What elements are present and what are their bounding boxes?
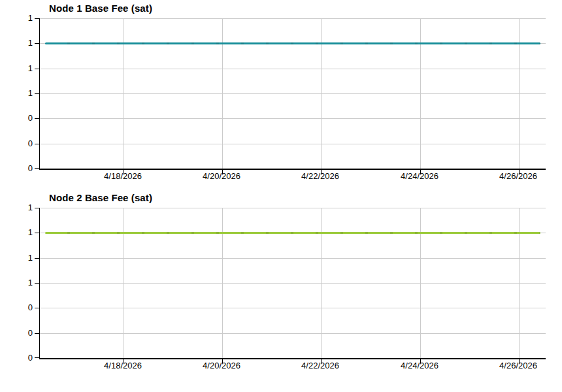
y-tick-label: 1 xyxy=(12,38,33,48)
y-tick-label: 1 xyxy=(12,203,33,213)
v-gridline xyxy=(124,18,124,169)
x-tick-label: 4/24/2026 xyxy=(387,361,452,370)
y-tick-mark xyxy=(35,233,40,233)
y-tick-mark xyxy=(35,69,40,69)
chart-node-1-base-fee: Node 1 Base Fee (sat) 1 1 1 1 0 0 0 xyxy=(0,0,562,189)
chart-title: Node 2 Base Fee (sat) xyxy=(49,192,152,203)
x-tick-label: 4/26/2026 xyxy=(486,361,551,370)
series-line-node1 xyxy=(45,42,540,44)
v-gridline xyxy=(321,208,322,358)
y-tick-mark xyxy=(35,168,40,169)
plot-area xyxy=(39,18,546,170)
x-tick-label: 4/22/2026 xyxy=(288,361,353,370)
y-tick-label: 1 xyxy=(12,63,33,74)
y-tick-label: 1 xyxy=(12,88,33,99)
y-tick-mark xyxy=(35,93,40,94)
v-gridline xyxy=(519,18,520,169)
y-tick-mark xyxy=(35,333,40,334)
y-tick-label: 1 xyxy=(12,253,33,263)
h-gridline xyxy=(40,118,546,119)
chart-node-2-base-fee: Node 2 Base Fee (sat) 1 1 1 1 0 0 0 xyxy=(0,189,562,379)
y-tick-label: 1 xyxy=(12,227,33,238)
y-tick-label: 0 xyxy=(12,302,33,313)
x-tick-label: 4/26/2026 xyxy=(486,171,551,181)
h-gridline xyxy=(40,258,546,259)
y-tick-label: 0 xyxy=(12,163,33,174)
series-line-node2 xyxy=(45,232,540,234)
y-tick-mark xyxy=(35,208,40,208)
x-tick-label: 4/24/2026 xyxy=(387,171,452,181)
chart-title: Node 1 Base Fee (sat) xyxy=(49,3,152,14)
x-tick-label: 4/20/2026 xyxy=(189,361,254,370)
y-tick-mark xyxy=(35,258,40,259)
h-gridline xyxy=(40,18,546,19)
y-tick-label: 0 xyxy=(12,353,33,363)
v-gridline xyxy=(420,208,421,358)
plot-area xyxy=(39,208,546,359)
v-gridline xyxy=(519,208,520,358)
v-gridline xyxy=(222,18,223,169)
h-gridline xyxy=(40,144,546,144)
h-gridline xyxy=(40,333,546,334)
y-tick-mark xyxy=(35,283,40,284)
y-tick-mark xyxy=(35,308,40,308)
h-gridline xyxy=(40,208,546,208)
y-tick-label: 1 xyxy=(12,278,33,288)
v-gridline xyxy=(124,208,124,358)
y-tick-label: 0 xyxy=(12,113,33,123)
v-gridline xyxy=(321,18,322,169)
h-gridline xyxy=(40,283,546,284)
y-tick-mark xyxy=(35,118,40,119)
h-gridline xyxy=(40,93,546,94)
v-gridline xyxy=(222,208,223,358)
h-gridline xyxy=(40,69,546,69)
y-tick-mark xyxy=(35,43,40,44)
y-tick-mark xyxy=(35,144,40,144)
x-tick-label: 4/20/2026 xyxy=(189,171,254,181)
y-tick-label: 0 xyxy=(12,328,33,338)
x-tick-label: 4/18/2026 xyxy=(90,361,156,370)
v-gridline xyxy=(420,18,421,169)
y-tick-label: 0 xyxy=(12,139,33,149)
h-gridline xyxy=(40,308,546,308)
y-tick-label: 1 xyxy=(12,13,33,24)
x-tick-label: 4/18/2026 xyxy=(90,171,156,181)
y-tick-mark xyxy=(35,18,40,19)
y-tick-mark xyxy=(35,357,40,358)
charts-dashboard: Node 1 Base Fee (sat) 1 1 1 1 0 0 0 xyxy=(0,0,562,392)
x-tick-label: 4/22/2026 xyxy=(288,171,353,181)
